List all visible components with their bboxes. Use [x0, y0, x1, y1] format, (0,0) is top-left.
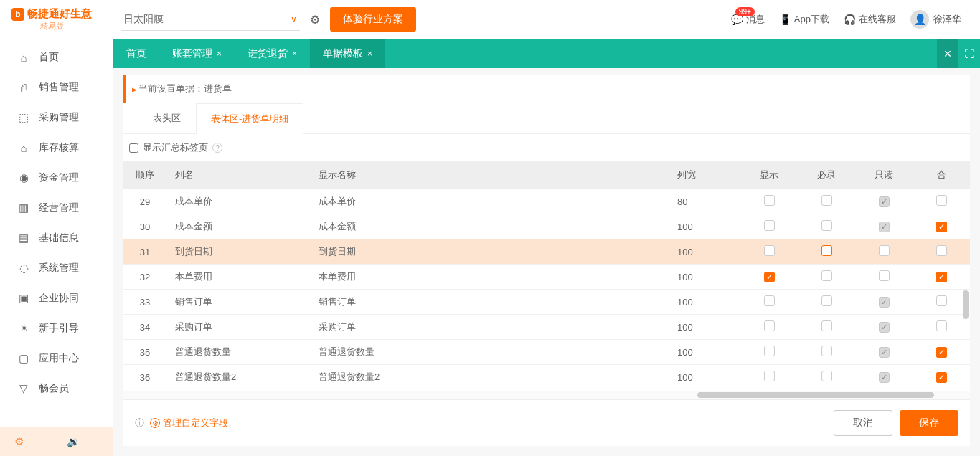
cell-show [740, 265, 798, 290]
checkbox[interactable] [879, 270, 890, 281]
checkbox[interactable] [936, 195, 947, 206]
close-tab-button[interactable]: × [937, 39, 958, 68]
sidebar-item-3[interactable]: ⌂库存核算 [0, 133, 113, 163]
table-row[interactable]: 29 成本单价 成本单价 80 [123, 189, 970, 214]
cancel-button[interactable]: 取消 [834, 410, 892, 436]
checkbox[interactable] [879, 322, 890, 333]
sidebar-item-0[interactable]: ⌂首页 [0, 42, 113, 72]
horizontal-scrollbar-track[interactable] [123, 391, 970, 399]
inner-tab-1[interactable]: 表体区-进货单明细 [196, 103, 303, 134]
checkbox[interactable] [821, 371, 832, 381]
experience-button[interactable]: 体验行业方案 [330, 7, 416, 32]
vertical-scrollbar[interactable] [963, 290, 969, 319]
sidebar-item-10[interactable]: ▢应用中心 [0, 343, 113, 374]
tab-1[interactable]: 账套管理× [159, 39, 235, 68]
company-selector[interactable]: 日太阳膜 ∨ [121, 9, 300, 31]
checkbox[interactable] [821, 195, 832, 206]
cell-total [913, 239, 970, 265]
sidebar-label: 销售管理 [39, 81, 79, 94]
checkbox[interactable] [764, 220, 775, 231]
checkbox[interactable] [764, 295, 775, 306]
custom-fields-link[interactable]: ⚙ 管理自定义字段 [150, 417, 228, 429]
sidebar-item-7[interactable]: ◌系统管理 [0, 253, 113, 283]
checkbox[interactable] [936, 272, 947, 282]
checkbox[interactable] [879, 222, 890, 232]
checkbox[interactable] [764, 320, 775, 331]
chevron-down-icon: ∨ [291, 14, 297, 24]
cell-readonly [855, 189, 913, 214]
sidebar-item-6[interactable]: ▤基础信息 [0, 223, 113, 253]
table-row[interactable]: 36 普通退货数量2 普通退货数量2 100 [123, 365, 970, 390]
customer-service-link[interactable]: 🎧 在线客服 [844, 13, 896, 26]
save-button[interactable]: 保存 [900, 410, 958, 436]
checkbox[interactable] [764, 272, 775, 282]
checkbox[interactable] [764, 195, 775, 206]
table-row[interactable]: 31 到货日期 到货日期 100 [123, 239, 970, 265]
close-icon[interactable]: × [292, 49, 297, 59]
table-row[interactable]: 33 销售订单 销售订单 100 [123, 290, 970, 315]
close-icon[interactable]: × [217, 49, 222, 59]
sidebar-item-8[interactable]: ▣企业协同 [0, 283, 113, 313]
checkbox[interactable] [821, 320, 832, 331]
checkbox[interactable] [879, 372, 890, 383]
checkbox[interactable] [936, 372, 947, 383]
checkbox[interactable] [879, 347, 890, 358]
sound-icon[interactable]: 🔉 [67, 435, 80, 448]
table-row[interactable]: 35 普通退货数量 普通退货数量 100 [123, 340, 970, 365]
tab-2[interactable]: 进货退货× [235, 39, 310, 68]
sidebar-item-1[interactable]: ⎙销售管理 [0, 72, 113, 103]
checkbox[interactable] [821, 295, 832, 306]
app-download-link[interactable]: 📱 App下载 [779, 13, 829, 26]
checkbox[interactable] [879, 297, 890, 308]
avatar: 👤 [910, 10, 929, 29]
checkbox[interactable] [764, 346, 775, 356]
sidebar-item-4[interactable]: ◉资金管理 [0, 163, 113, 193]
tab-3[interactable]: 单据模板× [310, 39, 385, 68]
checkbox[interactable] [879, 196, 890, 207]
messages-link[interactable]: 💬 消息 99+ [731, 13, 765, 26]
checkbox[interactable] [879, 245, 890, 256]
cell-required [798, 315, 855, 340]
sidebar-item-11[interactable]: ▽畅会员 [0, 374, 113, 404]
checkbox[interactable] [764, 245, 775, 256]
info-icon: ⓘ [135, 417, 144, 429]
sidebar-icon: ☀ [17, 322, 30, 335]
help-icon[interactable]: ? [212, 143, 222, 153]
table-row[interactable]: 34 采购订单 采购订单 100 [123, 315, 970, 340]
sidebar-label: 畅会员 [39, 382, 69, 395]
gear-icon[interactable]: ⚙ [310, 13, 320, 27]
table-row[interactable]: 30 成本金额 成本金额 100 [123, 214, 970, 239]
sidebar-item-5[interactable]: ▥经营管理 [0, 193, 113, 223]
checkbox[interactable] [821, 270, 832, 281]
checkbox[interactable] [936, 245, 947, 256]
show-summary-checkbox[interactable] [129, 143, 138, 153]
cell-required [798, 365, 855, 390]
checkbox[interactable] [936, 347, 947, 358]
inner-tab-0[interactable]: 表头区 [138, 103, 196, 133]
cell-readonly [855, 290, 913, 315]
cell-total [913, 315, 970, 340]
cell-show [740, 290, 798, 315]
checkbox[interactable] [936, 295, 947, 306]
checkbox[interactable] [936, 222, 947, 232]
checkbox[interactable] [821, 346, 832, 356]
checkbox[interactable] [764, 371, 775, 381]
checkbox[interactable] [821, 245, 832, 256]
cell-width: 100 [669, 214, 740, 239]
tab-0[interactable]: 首页 [113, 39, 159, 68]
sidebar-label: 资金管理 [39, 171, 79, 184]
settings-icon[interactable]: ⚙ [14, 435, 24, 448]
sidebar-label: 系统管理 [39, 262, 79, 275]
sidebar-item-2[interactable]: ⬚采购管理 [0, 103, 113, 133]
sidebar: ⌂首页⎙销售管理⬚采购管理⌂库存核算◉资金管理▥经营管理▤基础信息◌系统管理▣企… [0, 39, 113, 456]
sidebar-icon: ▽ [17, 382, 30, 395]
expand-button[interactable]: ⛶ [958, 39, 980, 68]
sidebar-item-9[interactable]: ☀新手引导 [0, 313, 113, 343]
table-row[interactable]: 32 本单费用 本单费用 100 [123, 265, 970, 290]
sidebar-icon: ⌂ [17, 142, 30, 154]
checkbox[interactable] [821, 220, 832, 231]
checkbox[interactable] [936, 320, 947, 331]
horizontal-scrollbar-thumb[interactable] [697, 392, 934, 398]
user-menu[interactable]: 👤 徐泽华 [910, 10, 961, 29]
close-icon[interactable]: × [367, 49, 372, 59]
